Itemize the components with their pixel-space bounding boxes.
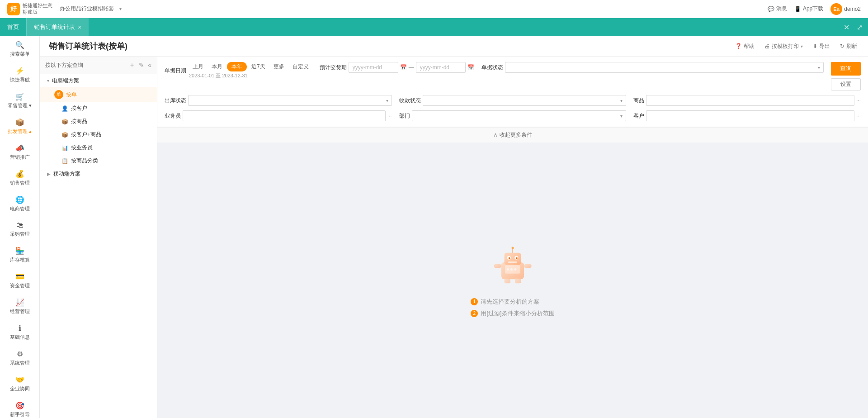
edit-scheme-button[interactable]: ✎	[139, 62, 144, 69]
department-group: 部门	[399, 110, 627, 121]
maximize-window-icon[interactable]: ⤢	[855, 21, 864, 33]
tab-home[interactable]: 首页	[0, 18, 26, 36]
date-btn-this-year[interactable]: 本年	[227, 62, 247, 71]
date-label: 单据日期	[165, 67, 186, 75]
refresh-icon: ↻	[840, 43, 844, 49]
customer-more-icon[interactable]: ···	[856, 113, 861, 119]
ship-status-select[interactable]	[188, 95, 392, 106]
left-panel-title: 按以下方案查询	[45, 62, 83, 69]
empty-tips: 1 请先选择要分析的方案 2 用[过滤]条件来缩小分析范围	[471, 298, 554, 318]
salesperson-input[interactable]	[183, 110, 386, 121]
close-window-icon[interactable]: ✕	[842, 21, 851, 33]
tree-section-mobile[interactable]: ▶ 移动端方案	[40, 167, 157, 180]
calendar-end-icon[interactable]: 📅	[467, 64, 474, 71]
product-input[interactable]	[646, 95, 854, 106]
top-bar: 好 畅捷通好生意 标账版 办公用品行业模拟账套 ▾ 💬 消息 📱 App下载 E…	[0, 0, 868, 18]
top-title-dropdown-icon[interactable]: ▾	[119, 6, 122, 11]
sidebar-item-purchase[interactable]: 🛍 采购管理	[0, 217, 39, 242]
template-print-button[interactable]: 🖨 按模板打印 ▾	[763, 42, 805, 51]
tree-node-by-order[interactable]: 单 按单	[40, 87, 157, 102]
app-download-button[interactable]: 📱 App下载	[794, 5, 823, 13]
page-header: 销售订单统计表(按单) ❓ 帮助 🖨 按模板打印 ▾ ⬇ 导出 ↻ 刷新	[40, 36, 868, 57]
svg-point-4	[509, 257, 510, 258]
left-panel: 按以下方案查询 ＋ ✎ « ▾ 电脑端方案 单 按单	[40, 57, 157, 418]
collapse-panel-button[interactable]: «	[148, 62, 151, 69]
tab-close-icon[interactable]: ×	[78, 24, 81, 31]
pc-section-arrow-icon[interactable]: ▾	[47, 78, 49, 83]
order-status-select[interactable]	[505, 62, 824, 73]
refresh-button[interactable]: ↻ 刷新	[838, 42, 859, 51]
export-button[interactable]: ⬇ 导出	[811, 42, 832, 51]
user-profile[interactable]: Ea demo2	[830, 3, 861, 15]
calendar-start-icon[interactable]: 📅	[400, 64, 407, 71]
help-button[interactable]: ❓ 帮助	[733, 42, 756, 51]
department-select-wrap	[412, 110, 627, 121]
empty-state-illustration	[490, 243, 535, 289]
date-btn-this-month[interactable]: 本月	[208, 62, 226, 71]
empty-tip-1: 1 请先选择要分析的方案	[471, 298, 554, 306]
date-btn-last-7[interactable]: 近7天	[248, 62, 269, 71]
sidebar-item-marketing[interactable]: 📣 营销推广	[0, 139, 39, 165]
enterprise-icon: 🤝	[15, 375, 24, 384]
query-button[interactable]: 查询	[831, 62, 861, 76]
expected-delivery-group: 预计交货期 📅 — 📅	[320, 62, 474, 73]
left-panel-header: 按以下方案查询 ＋ ✎ «	[40, 57, 157, 74]
action-buttons: 查询 设置	[831, 62, 861, 90]
sidebar-item-newbie[interactable]: 🎯 新手引导	[0, 397, 39, 418]
date-btn-more[interactable]: 更多	[270, 62, 288, 71]
sidebar-item-sales[interactable]: 💰 销售管理	[0, 165, 39, 191]
customer-node-icon: 👤	[61, 105, 68, 112]
department-select[interactable]	[412, 110, 627, 121]
tip-num-1: 1	[471, 298, 478, 305]
product-more-icon[interactable]: ···	[856, 97, 861, 104]
svg-rect-12	[515, 278, 521, 283]
filter-row-3: 业务员 ··· 部门	[165, 110, 861, 121]
customer-input[interactable]	[646, 110, 854, 121]
department-label: 部门	[399, 112, 410, 120]
tree-node-by-product[interactable]: 📦 按商品	[47, 115, 157, 128]
svg-point-16	[514, 268, 516, 271]
sidebar-item-enterprise[interactable]: 🤝 企业协同	[0, 371, 39, 397]
sidebar-item-ecommerce[interactable]: 🌐 电商管理	[0, 191, 39, 217]
collapse-bar[interactable]: ∧ 收起更多条件	[157, 127, 868, 142]
expected-delivery-start[interactable]	[349, 62, 398, 73]
customer-group: 客户 ···	[633, 110, 861, 121]
empty-state: 1 请先选择要分析的方案 2 用[过滤]条件来缩小分析范围	[157, 142, 868, 418]
left-panel-icons: ＋ ✎ «	[129, 61, 151, 69]
pc-section-label: 电脑端方案	[52, 77, 79, 85]
date-btn-custom[interactable]: 自定义	[289, 62, 312, 71]
logo-icon: 好	[7, 3, 20, 15]
settings-button[interactable]: 设置	[831, 78, 861, 90]
sidebar-item-operations[interactable]: 📈 经营管理	[0, 294, 39, 319]
export-icon: ⬇	[813, 43, 817, 49]
expected-delivery-end[interactable]	[416, 62, 466, 73]
cust-prod-node-icon: 📦	[61, 132, 68, 138]
salesperson-more-icon[interactable]: ···	[387, 113, 392, 119]
sidebar-item-inventory[interactable]: 🏪 库存核算	[0, 242, 39, 268]
payment-status-select[interactable]	[423, 95, 627, 106]
tree-node-by-cust-prod[interactable]: 📦 按客户+商品	[47, 128, 157, 141]
tab-bar: 首页 销售订单统计表 × ✕ ⤢	[0, 18, 868, 36]
sidebar-item-finance[interactable]: 💳 资金管理	[0, 268, 39, 294]
payment-status-select-wrap	[423, 95, 627, 106]
add-scheme-button[interactable]: ＋	[129, 61, 135, 69]
sidebar-item-wholesale[interactable]: 📦 批发管理 ▴	[0, 114, 39, 139]
sidebar-item-retail[interactable]: 🛒 零售管理 ▾	[0, 88, 39, 114]
sidebar-item-search[interactable]: 🔍 搜索菜单	[0, 36, 39, 62]
tree-node-by-category[interactable]: 📋 按商品分类	[47, 154, 157, 167]
mobile-section-arrow-icon[interactable]: ▶	[47, 171, 51, 176]
filter-row-1: 单据日期 上月 本月 本年 近7天 更多 自定义 20	[165, 62, 861, 90]
tab-sales-order-stats[interactable]: 销售订单统计表 ×	[26, 18, 89, 36]
sidebar-item-quick-nav[interactable]: ⚡ 快捷导航	[0, 62, 39, 88]
sidebar-item-basic-info[interactable]: ℹ 基础信息	[0, 319, 39, 345]
tree-node-by-salesperson[interactable]: 📊 按业务员	[47, 141, 157, 154]
ecommerce-icon: 🌐	[15, 195, 24, 204]
sidebar-item-system[interactable]: ⚙ 系统管理	[0, 345, 39, 371]
tree-node-by-customer[interactable]: 👤 按客户	[47, 102, 157, 115]
date-quick-btns: 上月 本月 本年 近7天 更多 自定义	[189, 62, 312, 71]
message-button[interactable]: 💬 消息	[768, 5, 787, 13]
order-status-group: 单据状态	[481, 62, 824, 73]
svg-point-5	[516, 257, 518, 258]
top-bar-left: 好 畅捷通好生意 标账版 办公用品行业模拟账套 ▾	[7, 3, 122, 15]
date-btn-last-month[interactable]: 上月	[189, 62, 207, 71]
